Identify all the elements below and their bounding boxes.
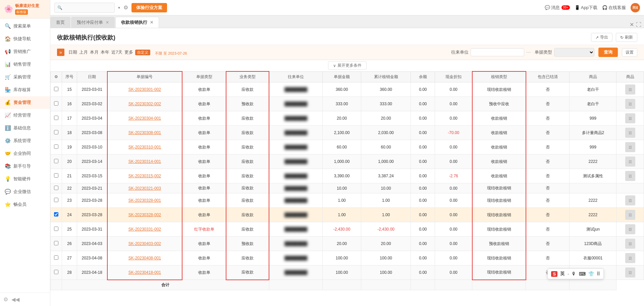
row-checkbox[interactable] [51, 111, 62, 126]
close-tab-icon[interactable]: ✕ [630, 21, 634, 28]
messages-item[interactable]: 💬 消息 99+ [545, 5, 570, 11]
grid-icon[interactable]: ⠿ [597, 271, 600, 277]
microphone-icon[interactable]: 🎙 [572, 271, 576, 277]
sidebar-item-search[interactable]: 🔍 搜索菜单 [0, 20, 50, 33]
th-discount[interactable]: 现金折扣 [435, 71, 472, 82]
row-order-no[interactable]: SK-20230408-001 [107, 251, 182, 265]
th-date[interactable]: 日期 [77, 71, 107, 82]
voucher-type-select[interactable] [554, 48, 594, 57]
sidebar-item-operations[interactable]: 📈 经营管理 [0, 109, 50, 122]
row-order-no[interactable]: SK-20230302-002 [107, 97, 182, 111]
settings-button[interactable]: 设置 [622, 48, 637, 57]
counterpart-input[interactable] [471, 48, 524, 56]
row-order-no[interactable]: SK-20230331-002 [107, 222, 182, 237]
row-order-no[interactable]: SK-20230310-001 [107, 140, 182, 155]
export-button[interactable]: ↗ 导出 [591, 33, 612, 42]
table-row: 172023-03-04SK-20230304-001收款单应收款███████… [51, 111, 644, 126]
th-balance[interactable]: 余额 [411, 71, 435, 82]
row-goods: 衣服00001 [570, 251, 616, 265]
shirt-icon[interactable]: 👕 [588, 271, 594, 277]
date-link-thisyear[interactable]: 本年 [101, 49, 109, 55]
date-link-7days[interactable]: 近7天 [111, 49, 122, 55]
expand-tab-icon[interactable]: ⛶ [636, 22, 641, 28]
row-goods: 测试jun [570, 222, 616, 237]
topbar-dropdown-arrow[interactable]: ▾ [118, 5, 120, 10]
sidebar-item-finance[interactable]: 💰 资金管理 [0, 96, 50, 109]
date-link-more[interactable]: 更多 [124, 49, 133, 55]
keyboard-icon[interactable]: ⌨ [579, 271, 586, 277]
app-download-item[interactable]: 📱 App下载 [575, 5, 597, 11]
th-goods2[interactable]: 商品 [616, 71, 644, 82]
filter-dots[interactable]: ··· [526, 49, 531, 55]
topbar-search-box[interactable]: 🔍 [54, 3, 115, 13]
row-order-no[interactable]: SK-20230304-001 [107, 111, 182, 126]
th-gear[interactable]: ⚙ [51, 71, 62, 82]
refresh-button[interactable]: ↻ 刷新 [616, 33, 637, 42]
tab-home[interactable]: 首页 [50, 17, 70, 28]
online-service-item[interactable]: 🎧 在线客服 [602, 5, 626, 11]
row-voucher-type: 收款单 [182, 183, 226, 193]
th-goods[interactable]: 商品 [570, 71, 616, 82]
sidebar-item-purchase[interactable]: 🛒 采购管理 [0, 71, 50, 83]
user-avatar[interactable]: Rit [631, 3, 640, 12]
th-writeoff[interactable]: 累计核销金额 [361, 71, 411, 82]
row-checkbox[interactable] [51, 169, 62, 183]
row-order-no[interactable]: SK-20230403-002 [107, 237, 182, 251]
row-order-no[interactable]: SK-20230328-002 [107, 208, 182, 222]
tab-writeoff-close[interactable]: ✕ [150, 20, 153, 24]
row-checkbox[interactable] [51, 97, 62, 111]
sidebar-item-basics[interactable]: ℹ️ 基础信息 [0, 122, 50, 134]
tab-prepay-close[interactable]: ✕ [106, 20, 109, 24]
sidebar-item-marketing[interactable]: 📢 营销推广 [0, 45, 50, 58]
th-settled[interactable]: 包含已结清 [526, 71, 570, 82]
topbar-gear-icon[interactable]: ⚙ [123, 4, 128, 11]
sidebar-item-collab[interactable]: 🤝 企业协同 [0, 147, 50, 160]
row-checkbox[interactable] [51, 208, 62, 222]
tab-prepay[interactable]: 预付冲应付单 ✕ [71, 17, 115, 28]
row-checkbox[interactable] [51, 183, 62, 193]
row-checkbox[interactable] [51, 155, 62, 169]
date-link-thismonth[interactable]: 本月 [90, 49, 99, 55]
row-checkbox[interactable] [51, 265, 62, 280]
collapse-icon[interactable]: ◀◀ [11, 296, 19, 303]
row-amount: 1.00 [323, 193, 361, 208]
row-order-no[interactable]: SK-20230321-003 [107, 183, 182, 193]
filter-expand-button[interactable]: » [57, 49, 64, 56]
row-order-no[interactable]: SK-20230315-002 [107, 169, 182, 183]
th-biz-type[interactable]: 业务类型 [226, 71, 269, 82]
row-checkbox[interactable] [51, 251, 62, 265]
settings-bottom-icon[interactable]: ⚙ [3, 296, 8, 303]
row-order-no[interactable]: SK-20230328-001 [107, 193, 182, 208]
row-checkbox[interactable] [51, 222, 62, 237]
th-counterpart[interactable]: 往来单位 [269, 71, 323, 82]
row-order-no[interactable]: SK-20230308-001 [107, 126, 182, 140]
sidebar-item-nav[interactable]: 🏠 快捷导航 [0, 33, 50, 45]
sidebar-item-sales[interactable]: 📊 销售管理 [0, 58, 50, 71]
row-checkbox[interactable] [51, 82, 62, 97]
row-num: 19 [62, 140, 77, 155]
sidebar-item-system[interactable]: ⚙️ 系统管理 [0, 134, 50, 147]
row-checkbox[interactable] [51, 237, 62, 251]
sidebar-item-member[interactable]: ⭐ 畅会员 [0, 198, 50, 211]
tab-writeoff[interactable]: 收款核销执行 ✕ [115, 17, 159, 28]
custom-date-btn[interactable]: 自定义 [135, 50, 150, 55]
expand-conditions-button[interactable]: ∨ 展开更多条件 [328, 61, 367, 70]
date-link-lastmonth[interactable]: 上月 [79, 49, 88, 55]
th-voucher-type[interactable]: 单据类型 [182, 71, 226, 82]
th-amount[interactable]: 单据金额 [323, 71, 361, 82]
query-button[interactable]: 查询 [598, 48, 618, 57]
th-writeoff-type[interactable]: 核销类型 [472, 71, 526, 82]
hardware-icon: 💡 [5, 176, 11, 182]
row-checkbox[interactable] [51, 126, 62, 140]
row-checkbox[interactable] [51, 140, 62, 155]
sidebar-item-hardware[interactable]: 💡 智能硬件 [0, 173, 50, 185]
th-order-no[interactable]: 单据编号 [107, 71, 182, 82]
sidebar-item-inventory[interactable]: 🏪 库存核算 [0, 83, 50, 96]
solution-button[interactable]: 体验行业方案 [131, 3, 167, 12]
sidebar-item-guide[interactable]: 📚 新手引导 [0, 160, 50, 173]
row-checkbox[interactable] [51, 193, 62, 208]
row-order-no[interactable]: SK-20230314-001 [107, 155, 182, 169]
sidebar-item-wechat[interactable]: 💬 企业微信 [0, 185, 50, 198]
row-order-no[interactable]: SK-20230301-002 [107, 82, 182, 97]
row-order-no[interactable]: SK-20230418-001 [107, 265, 182, 280]
